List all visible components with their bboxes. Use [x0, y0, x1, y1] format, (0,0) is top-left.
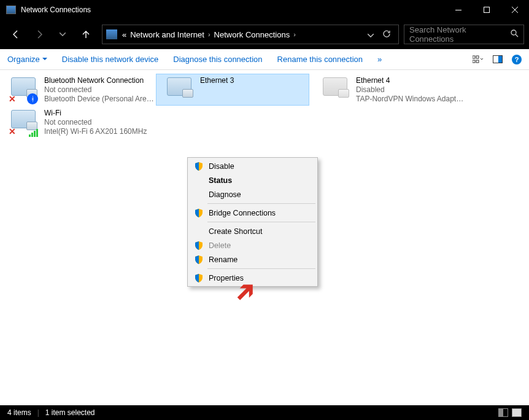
connection-desc: TAP-NordVPN Windows Adapter ... — [356, 95, 466, 104]
window-title: Network Connections — [21, 6, 91, 14]
location-icon — [106, 29, 117, 39]
svg-rect-8 — [498, 56, 502, 63]
content-area: ✕ ᚼ Bluetooth Network Connection Not con… — [0, 70, 529, 408]
svg-rect-5 — [476, 56, 479, 58]
maximize-button[interactable] — [473, 0, 501, 20]
menu-separator — [207, 222, 315, 222]
wifi-signal-icon — [29, 129, 38, 137]
menu-properties[interactable]: Properties — [189, 271, 316, 285]
menu-disable[interactable]: Disable — [189, 159, 316, 173]
titlebar: Network Connections — [0, 0, 529, 20]
connection-name: Bluetooth Network Connection — [44, 76, 155, 85]
address-dropdown[interactable] — [368, 30, 374, 39]
refresh-button[interactable] — [382, 29, 391, 40]
connection-desc: Intel(R) Wi-Fi 6 AX201 160MHz — [44, 127, 147, 136]
connection-desc: Bluetooth Device (Personal Area ... — [44, 95, 155, 104]
context-menu: Disable Status Diagnose Bridge Connectio… — [187, 157, 318, 287]
svg-rect-4 — [473, 60, 475, 63]
svg-rect-1 — [484, 7, 490, 13]
search-icon — [511, 29, 519, 39]
navbar: « Network and Internet › Network Connect… — [0, 20, 529, 49]
search-input[interactable]: Search Network Connections — [404, 25, 524, 44]
shield-icon — [194, 161, 204, 171]
item-count: 4 items — [7, 408, 31, 417]
toolbar-overflow[interactable]: » — [377, 55, 382, 64]
breadcrumb-prefix: « — [122, 30, 126, 39]
recent-dropdown[interactable] — [52, 23, 74, 45]
statusbar: 4 items | 1 item selected — [0, 405, 529, 420]
menu-bridge[interactable]: Bridge Connections — [189, 206, 316, 220]
connection-status: Not connected — [44, 118, 147, 127]
connection-name: Wi-Fi — [44, 109, 147, 118]
details-view-button[interactable] — [498, 408, 508, 417]
disable-device-button[interactable]: Disable this network device — [62, 55, 159, 64]
organize-menu[interactable]: Organize — [7, 55, 47, 64]
connection-item-ethernet4[interactable]: Ethernet 4 Disabled TAP-NordVPN Windows … — [312, 74, 468, 106]
shield-icon — [194, 241, 204, 251]
menu-delete: Delete — [189, 238, 316, 252]
chevron-right-icon[interactable]: › — [290, 31, 299, 38]
disconnected-icon: ✕ — [9, 127, 17, 136]
diagnose-button[interactable]: Diagnose this connection — [173, 55, 262, 64]
shield-icon — [194, 273, 204, 283]
network-adapter-icon — [322, 76, 351, 103]
shield-icon — [194, 255, 204, 265]
back-button[interactable] — [5, 23, 27, 45]
breadcrumb-item[interactable]: Network Connections — [214, 30, 290, 39]
breadcrumb-item[interactable]: Network and Internet — [130, 30, 204, 39]
disconnected-icon: ✕ — [9, 95, 17, 103]
menu-rename[interactable]: Rename — [189, 252, 316, 266]
close-button[interactable] — [501, 0, 529, 20]
menu-separator — [207, 203, 315, 204]
large-icon-view-button[interactable] — [512, 408, 522, 417]
selection-count: 1 item selected — [45, 408, 95, 417]
connection-item-wifi[interactable]: ✕ Wi-Fi Not connected Intel(R) Wi-Fi 6 A… — [0, 106, 156, 139]
forward-button[interactable] — [28, 23, 50, 45]
bluetooth-icon: ᚼ — [27, 93, 38, 104]
app-icon — [6, 6, 16, 14]
minimize-button[interactable] — [444, 0, 473, 20]
search-placeholder: Search Network Connections — [409, 25, 511, 44]
menu-diagnose[interactable]: Diagnose — [189, 187, 316, 201]
connection-item-ethernet3[interactable]: Ethernet 3 — [156, 74, 309, 106]
connection-status: Not connected — [44, 85, 155, 95]
rename-button[interactable]: Rename this connection — [277, 55, 363, 64]
chevron-right-icon[interactable]: › — [204, 31, 214, 38]
menu-separator — [207, 268, 315, 269]
toolbar: Organize Disable this network device Dia… — [0, 49, 529, 70]
svg-point-2 — [511, 30, 516, 35]
network-adapter-icon: ✕ — [10, 109, 39, 136]
network-adapter-icon — [166, 76, 195, 103]
view-options-button[interactable] — [473, 55, 484, 64]
address-bar[interactable]: « Network and Internet › Network Connect… — [102, 25, 399, 44]
connection-status: Disabled — [356, 85, 466, 95]
svg-rect-6 — [476, 60, 479, 63]
menu-create-shortcut[interactable]: Create Shortcut — [189, 224, 316, 238]
up-button[interactable] — [75, 23, 97, 45]
help-button[interactable]: ? — [512, 55, 522, 64]
network-adapter-icon: ✕ ᚼ — [10, 76, 39, 103]
separator: | — [37, 408, 39, 417]
svg-rect-3 — [473, 56, 475, 58]
svg-rect-0 — [455, 10, 461, 10]
menu-status[interactable]: Status — [189, 173, 316, 187]
connection-item-bluetooth[interactable]: ✕ ᚼ Bluetooth Network Connection Not con… — [0, 74, 156, 106]
connection-name: Ethernet 4 — [356, 76, 466, 85]
preview-pane-button[interactable] — [492, 55, 503, 64]
connection-name: Ethernet 3 — [200, 76, 234, 85]
shield-icon — [194, 208, 204, 218]
